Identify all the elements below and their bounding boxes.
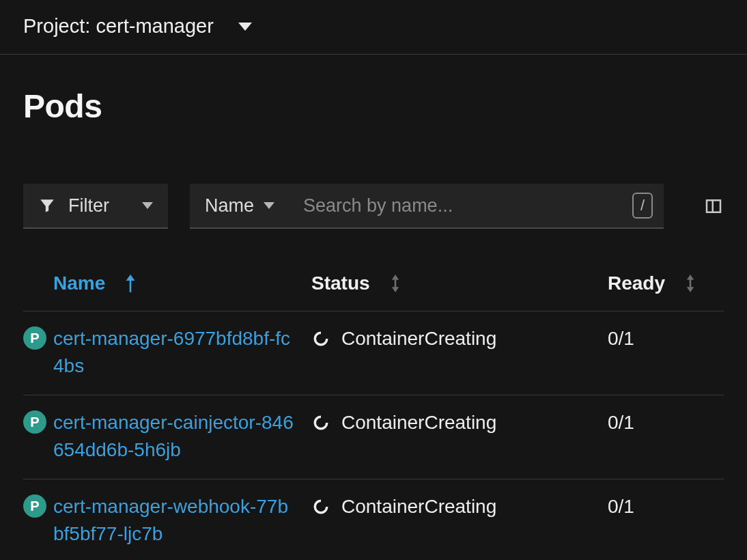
column-settings-button[interactable] bbox=[703, 196, 724, 216]
status-cell: ContainerCreating bbox=[311, 493, 608, 520]
status-text: ContainerCreating bbox=[341, 493, 496, 520]
filter-label: Filter bbox=[68, 195, 130, 216]
filter-button[interactable]: Filter bbox=[23, 184, 168, 229]
project-label: Project: cert-manager bbox=[23, 15, 214, 38]
search-field-type-label: Name bbox=[205, 195, 254, 216]
chevron-down-icon bbox=[142, 202, 153, 209]
spinner-icon bbox=[311, 497, 330, 516]
funnel-icon bbox=[38, 197, 56, 214]
resource-badge: P bbox=[23, 326, 46, 350]
column-header-ready[interactable]: Ready bbox=[608, 272, 747, 294]
search-input[interactable] bbox=[290, 184, 664, 227]
sort-icon bbox=[389, 275, 401, 292]
chevron-down-icon bbox=[264, 202, 274, 209]
sort-icon bbox=[684, 275, 696, 292]
ready-cell: 0/1 bbox=[608, 493, 747, 520]
status-text: ContainerCreating bbox=[341, 325, 496, 352]
table-row: Pcert-manager-webhook-77bbf5bf77-ljc7bCo… bbox=[23, 479, 724, 560]
table-row: Pcert-manager-6977bfd8bf-fc4bsContainerC… bbox=[23, 311, 724, 395]
table-row: Pcert-manager-cainjector-846654dd6b-5h6j… bbox=[23, 395, 724, 479]
pods-table: Name Status Ready Pcert-manager-6977bfd8… bbox=[23, 267, 724, 560]
pod-name-link[interactable]: cert-manager-cainjector-846654dd6b-5h6jb bbox=[53, 409, 311, 464]
resource-badge: P bbox=[23, 410, 46, 434]
pod-name-link[interactable]: cert-manager-webhook-77bbf5bf77-ljc7b bbox=[53, 493, 311, 548]
status-cell: ContainerCreating bbox=[311, 409, 608, 436]
page-title: Pods bbox=[23, 87, 724, 125]
status-cell: ContainerCreating bbox=[311, 325, 608, 352]
search-field-type-selector[interactable]: Name bbox=[190, 184, 290, 229]
pod-name-link[interactable]: cert-manager-6977bfd8bf-fc4bs bbox=[53, 325, 311, 380]
column-header-name[interactable]: Name bbox=[53, 272, 311, 294]
keyboard-shortcut-hint: / bbox=[632, 193, 653, 219]
status-text: ContainerCreating bbox=[341, 409, 496, 436]
columns-icon bbox=[703, 196, 724, 216]
project-selector[interactable]: Project: cert-manager bbox=[0, 0, 747, 55]
ready-cell: 0/1 bbox=[608, 325, 747, 352]
column-header-status[interactable]: Status bbox=[311, 272, 608, 294]
ready-cell: 0/1 bbox=[608, 409, 747, 436]
sort-ascending-icon bbox=[124, 275, 137, 292]
spinner-icon bbox=[311, 329, 330, 348]
chevron-down-icon bbox=[238, 23, 252, 31]
spinner-icon bbox=[311, 413, 330, 432]
resource-badge: P bbox=[23, 494, 46, 518]
